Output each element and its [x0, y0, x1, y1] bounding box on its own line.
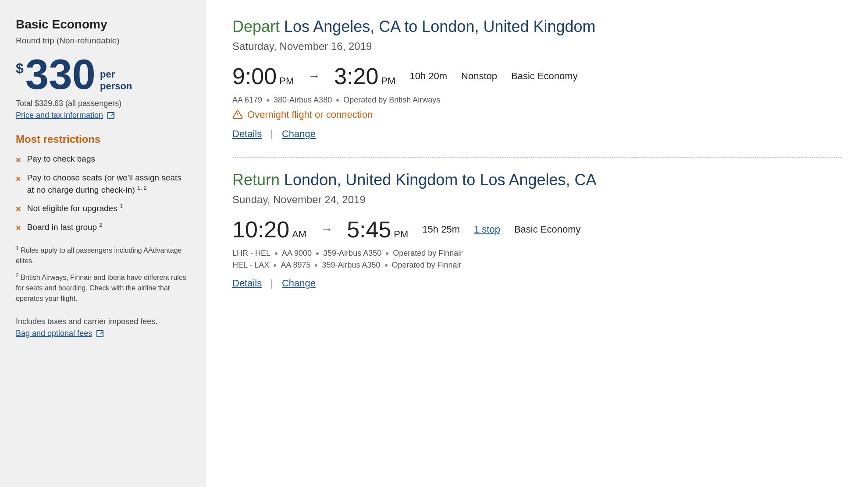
return-info-row-1: LHR - HEL AA 9000 359-Airbus A350 Operat… [232, 249, 842, 258]
restriction-item: × Not eligible for upgrades 1 [16, 202, 190, 215]
plan-title: Basic Economy [16, 18, 190, 32]
most-restrictions-title: Most restrictions [16, 133, 190, 145]
section-divider [232, 157, 842, 158]
footnote-1: 1 Rules apply to all passengers includin… [16, 244, 190, 266]
dollar-sign: $ [16, 61, 24, 75]
includes-fees-text: Includes taxes and carrier imposed fees. [16, 317, 190, 326]
return-leg2-flight-code: AA 8975 [281, 261, 310, 270]
return-depart-time-block: 10:20 AM [232, 216, 306, 243]
price-tax-link[interactable]: Price and tax information [16, 111, 114, 120]
return-leg2-route: HEL - LAX [232, 261, 269, 270]
restriction-item: × Pay to check bags [16, 153, 190, 166]
depart-aircraft: 380-Airbus A380 [274, 95, 332, 105]
return-leg2-aircraft: 359-Airbus A350 [322, 261, 380, 270]
return-arrive-time-block: 5:45 PM [347, 216, 408, 243]
restriction-list: × Pay to check bags × Pay to choose seat… [16, 153, 190, 234]
bag-fees-link[interactable]: Bag and optional fees [16, 329, 103, 338]
dot-sep-5 [386, 252, 388, 255]
depart-info-row: AA 6179 380-Airbus A380 Operated by Brit… [232, 95, 842, 105]
x-icon: × [16, 222, 21, 234]
restriction-text: Pay to check bags [27, 153, 95, 165]
restriction-text: Pay to choose seats (or we'll assign sea… [27, 172, 190, 196]
depart-flight-number: AA 6179 [232, 95, 262, 105]
dot-sep-6 [274, 264, 276, 267]
external-link-icon-2 [96, 330, 103, 337]
return-details-link[interactable]: Details [232, 278, 262, 289]
depart-section: Depart Los Angeles, CA to London, United… [232, 18, 842, 140]
arrive-ampm: PM [381, 75, 395, 87]
depart-change-link[interactable]: Change [282, 128, 316, 140]
left-panel: Basic Economy Round trip (Non-refundable… [0, 0, 206, 487]
external-link-icon [107, 112, 114, 119]
round-trip-label: Round trip (Non-refundable) [16, 36, 190, 46]
depart-actions-row: Details | Change [232, 128, 842, 140]
return-section: Return London, United Kingdom to Los Ang… [232, 171, 842, 289]
depart-operated-by: Operated by British Airways [343, 95, 440, 105]
dot-sep-7 [315, 264, 317, 267]
depart-time: 9:00 [232, 63, 277, 89]
x-icon: × [16, 203, 21, 215]
return-date: Sunday, November 24, 2019 [232, 194, 842, 206]
dot-separator [267, 99, 269, 102]
depart-date: Saturday, November 16, 2019 [232, 40, 842, 53]
depart-duration: 10h 20m [409, 71, 447, 82]
pipe-separator-2: | [270, 278, 273, 289]
return-arrive-time: 5:45 [347, 216, 391, 243]
price-row: $ 330 perperson [16, 53, 190, 95]
x-icon: × [16, 154, 21, 166]
depart-label: Depart [232, 18, 280, 35]
pipe-separator: | [270, 128, 273, 140]
return-route: London, United Kingdom to Los Angeles, C… [284, 171, 596, 189]
restriction-item: × Pay to choose seats (or we'll assign s… [16, 172, 190, 196]
arrive-time: 3:20 [334, 63, 378, 89]
dot-sep-8 [385, 264, 388, 267]
arrow-icon-2: → [320, 222, 333, 236]
return-leg2-operated: Operated by Finnair [392, 261, 462, 270]
restriction-text: Not eligible for upgrades 1 [27, 202, 123, 215]
x-icon: × [16, 173, 21, 185]
dot-sep-3 [275, 252, 277, 255]
return-info-row-2: HEL - LAX AA 8975 359-Airbus A350 Operat… [232, 261, 842, 270]
right-panel: Depart Los Angeles, CA to London, United… [206, 0, 868, 487]
return-leg1-route: LHR - HEL [232, 249, 270, 258]
return-leg1-flight-code: AA 9000 [282, 249, 312, 258]
footnote-2: 2 British Airways, Finnair and Iberia ha… [16, 272, 190, 304]
return-leg1-operated: Operated by Finnair [393, 249, 462, 258]
return-duration: 15h 25m [422, 224, 460, 235]
price-number: 330 [25, 53, 96, 95]
restriction-text: Board in last group 2 [27, 221, 103, 233]
depart-route: Los Angeles, CA to London, United Kingdo… [284, 18, 596, 35]
depart-details-link[interactable]: Details [232, 128, 262, 140]
depart-times-row: 9:00 PM → 3:20 PM 10h 20m Nonstop Basic … [232, 63, 842, 89]
return-header: Return London, United Kingdom to Los Ang… [232, 171, 842, 189]
per-person-label: perperson [100, 69, 132, 92]
dot-separator-2 [336, 99, 339, 102]
footnote-block: 1 Rules apply to all passengers includin… [16, 244, 190, 304]
return-depart-time: 10:20 [232, 216, 289, 243]
return-stops-link[interactable]: 1 stop [474, 224, 500, 235]
total-label: Total $329.63 (all passengers) [16, 99, 190, 108]
return-cabin: Basic Economy [514, 224, 581, 235]
depart-time-block: 9:00 PM [232, 63, 294, 89]
dot-sep-4 [316, 252, 319, 255]
depart-header: Depart Los Angeles, CA to London, United… [232, 18, 842, 36]
overnight-warning: Overnight flight or connection [232, 109, 842, 120]
arrive-time-block: 3:20 PM [334, 63, 395, 89]
return-leg1-aircraft: 359-Airbus A350 [323, 249, 381, 258]
arrow-icon: → [308, 69, 320, 83]
depart-stops: Nonstop [461, 71, 497, 82]
overnight-warning-text: Overnight flight or connection [247, 109, 373, 120]
return-actions-row: Details | Change [232, 278, 842, 289]
return-change-link[interactable]: Change [282, 278, 316, 289]
return-arrive-ampm: PM [394, 229, 408, 240]
return-depart-ampm: AM [292, 229, 306, 240]
return-times-row: 10:20 AM → 5:45 PM 15h 25m 1 stop Basic … [232, 216, 842, 243]
restriction-item: × Board in last group 2 [16, 221, 190, 234]
warning-triangle-icon [232, 109, 243, 120]
return-label: Return [232, 171, 280, 189]
depart-ampm: PM [279, 75, 294, 87]
depart-cabin: Basic Economy [511, 71, 578, 82]
